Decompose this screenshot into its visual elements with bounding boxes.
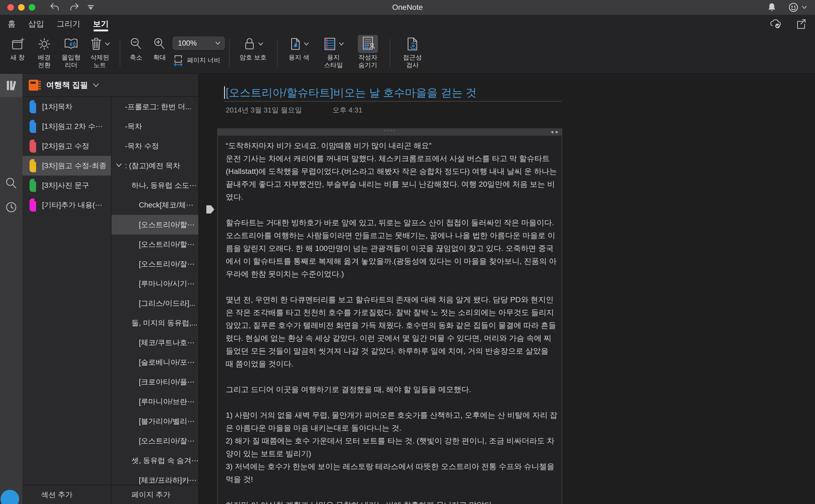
close-window-button[interactable] (7, 4, 14, 11)
page-label: [체코/프라하]카⋯ (111, 475, 197, 485)
ribbon-tab[interactable]: 그리기 (57, 15, 80, 33)
section-list: [1차]목차 [1차]원고 2차 수⋯ [2차]원고 수정 (22, 97, 111, 485)
page-list-item[interactable]: Check[체코/체⋯ (111, 195, 198, 215)
zoom-window-button[interactable] (29, 4, 35, 11)
feedback-smiley-control[interactable] (787, 1, 807, 14)
page-list-item[interactable]: [그리스/이드라]... (111, 293, 198, 313)
hide-authors-icon (360, 35, 376, 51)
accessibility-check-button[interactable]: 접근성 검사 (395, 35, 430, 69)
section-list-item[interactable]: [3차]원고 수정-최종 (22, 156, 111, 176)
ribbon-tab[interactable]: 홈 (8, 15, 16, 33)
section-list-item[interactable]: [1차]목차 (22, 97, 111, 117)
background-switch-button[interactable]: 배경 전환 (31, 35, 57, 69)
immersive-reader-label: 몰입형 리더 (62, 54, 81, 69)
note-paragraph[interactable]: 그리고 드디어 이곳을 여행하기로 결정했을 때, 해야 할 일들을 메모했다. (226, 383, 558, 396)
zoom-in-button[interactable]: 확대 (148, 35, 171, 61)
zoom-out-button[interactable]: 축소 (125, 35, 147, 61)
page-list-item[interactable]: [체코/쿠트나호⋯ (111, 333, 198, 352)
page-list-item[interactable]: [오스트리아/할⋯ (111, 235, 198, 254)
page-list-item[interactable]: [슬로베니아/포⋯ (111, 352, 198, 372)
page-label: [오스트리아/할⋯ (111, 220, 194, 230)
page-list-item[interactable]: [불가리아/벨리⋯ (111, 411, 198, 431)
section-list-item[interactable]: [기타]추가 내용(⋯ (22, 195, 111, 215)
page-label: [그리스/이드라]... (111, 298, 195, 308)
page-list-item[interactable]: 하나, 동유럽 소도⋯ (111, 176, 198, 195)
note-paragraph[interactable]: 할슈타트는 거대한 빙하호가 바로 앞에 있고, 뒤로는 알프스 산이 첩첩이 … (226, 216, 558, 280)
note-paragraph[interactable]: 1) 사람이 거의 없을 새벽 무렵, 물안개가 피어오른 호숫가를 산책하고,… (226, 409, 558, 486)
password-protect-button[interactable]: 암호 보호 (234, 35, 272, 61)
hide-authors-button[interactable]: 작성자 숨기기 (351, 35, 385, 69)
page-label: [크로아티아/플⋯ (111, 377, 194, 387)
section-list-item[interactable]: [2차]원고 수정 (22, 136, 111, 156)
immersive-reader-button[interactable]: 몰입형 리더 (58, 35, 84, 69)
deleted-notes-button[interactable]: 삭제된 노트 (85, 35, 115, 69)
notifications-bell-icon[interactable] (766, 1, 778, 13)
minimize-window-button[interactable] (18, 4, 25, 11)
add-page-button[interactable]: 페이지 추가 (111, 485, 198, 504)
page-expand-chevron-icon[interactable] (116, 163, 122, 167)
search-button[interactable] (0, 176, 22, 190)
redo-icon[interactable] (68, 1, 81, 14)
undo-icon[interactable] (48, 1, 61, 14)
onenote-window: OneNote (0, 0, 815, 504)
note-paragraph[interactable]: “도착하자마자 비가 오네요. 이맘때쯤 비가 많이 내리곤 해요” 운전 기사… (226, 139, 558, 203)
note-tag-marker-icon[interactable] (207, 205, 214, 214)
section-list-item[interactable]: [3차]사진 문구 (22, 176, 111, 195)
page-list-item[interactable]: [크로아티아/플⋯ (111, 372, 198, 392)
note-paragraph[interactable]: 하지만 이 야심찬 계획과 낭만은 무참히 내리는 비에 참혹하게 무너지고 말… (226, 499, 558, 504)
note-body-text[interactable]: “도착하자마자 비가 오네요. 이맘때쯤 비가 많이 내리곤 해요” 운전 기사… (218, 136, 562, 504)
add-section-button[interactable]: 섹션 추가 (22, 485, 111, 504)
account-avatar[interactable] (1, 490, 19, 504)
page-list-item[interactable]: -목차 수정 (111, 136, 198, 156)
ribbon-tab[interactable]: 보기 (93, 15, 109, 33)
share-icon[interactable] (794, 18, 807, 30)
page-title[interactable]: [오스트리아/할슈타트]비오는 날 호수마을을 걷는 것 (226, 85, 477, 100)
ribbon-tab[interactable]: 삽입 (28, 15, 44, 33)
note-content-outline[interactable]: ···· ◂ ▸ “도착하자마자 비가 오네요. 이맘때쯤 비가 많이 내리곤 … (217, 128, 562, 504)
outline-drag-handle[interactable]: ···· ◂ ▸ (218, 128, 562, 136)
page-list-item[interactable]: -프롤로그: 한번 더... (111, 97, 198, 117)
notebook-title: 여행책 집필 (46, 80, 88, 91)
page-list-item[interactable]: 둘, 미지의 동유럽,... (111, 313, 198, 333)
section-list-item[interactable]: [1차]원고 2차 수⋯ (22, 117, 111, 136)
paper-color-button[interactable]: 용지 색 (282, 35, 316, 61)
page-list-item[interactable]: [오스트리아/잘⋯ (111, 431, 198, 451)
notebook-icon (29, 80, 41, 91)
sidebar: 여행책 집필 [1차]목차 (22, 74, 199, 504)
page-list-item[interactable]: [체코/프라하]카⋯ (111, 470, 198, 485)
ribbon-tab-label: 삽입 (28, 19, 44, 29)
accessibility-check-icon (405, 36, 420, 52)
new-window-button[interactable]: 새 창 (4, 35, 31, 61)
hide-authors-label: 작성자 숨기기 (359, 54, 377, 69)
chevron-down-icon (339, 42, 344, 46)
page-list-item[interactable]: [루마니아/시기⋯ (111, 274, 198, 293)
page-label: 둘, 미지의 동유럽,... (111, 318, 197, 328)
customize-toolbar-icon[interactable] (88, 5, 94, 10)
page-list-item[interactable]: [루마니아/브란⋯ (111, 392, 198, 411)
ribbon-group-protect: 암호 보호 (234, 35, 273, 72)
notebook-switcher[interactable]: 여행책 집필 (22, 74, 198, 97)
page-list-item[interactable]: 셋, 동유럽 속 숨겨⋯ (111, 451, 198, 470)
ribbon-group-window: 새 창 배경 전환 몰입형 리더 (4, 35, 115, 72)
note-paragraph[interactable]: 몇년 전, 우연히 한 다큐멘터리를 보고 할슈타트의 존재에 대해 처음 알게… (226, 293, 558, 370)
paper-style-icon (323, 36, 337, 52)
deleted-notes-label: 삭제된 노트 (90, 54, 109, 69)
notebooks-nav-button[interactable] (0, 74, 22, 97)
outline-resize-arrows-icon[interactable]: ◂ ▸ (551, 129, 559, 135)
page-width-button[interactable]: 페이지 너비 (173, 54, 225, 66)
paper-style-button[interactable]: 용지 스타일 (317, 35, 350, 69)
chevron-down-icon (258, 42, 264, 46)
page-label: [오스트리아/잘⋯ (111, 259, 194, 269)
zoom-out-icon (128, 36, 144, 52)
ribbon-group-paper: 용지 색 용지 스타일 (282, 35, 385, 72)
page-list: -프롤로그: 한번 더... -목차 (111, 97, 198, 485)
ribbon-group-accessibility: 접근성 검사 (395, 35, 431, 72)
page-list-item[interactable]: : (참고)예전 목차 (111, 156, 198, 176)
sync-status-icon[interactable] (769, 19, 783, 29)
page-list-item[interactable]: [오스트리아/잘⋯ (111, 254, 198, 274)
page-list-item[interactable]: [오스트리아/할⋯ (111, 215, 198, 235)
page-list-item[interactable]: -목차 (111, 117, 198, 136)
page-canvas[interactable]: [오스트리아/할슈타트]비오는 날 호수마을을 걷는 것 2014년 3월 31… (199, 74, 815, 504)
zoom-level-select[interactable]: 100% (173, 37, 225, 50)
recent-notes-button[interactable] (0, 200, 22, 215)
